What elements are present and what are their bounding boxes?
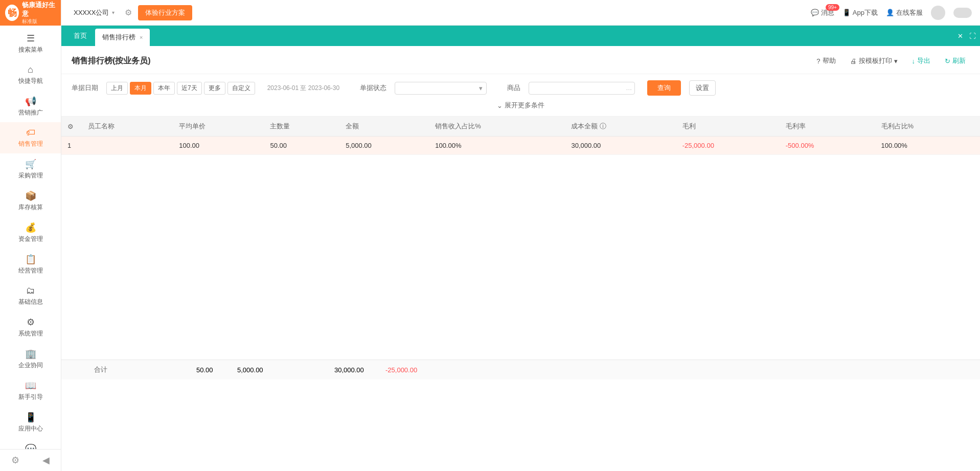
date-btn-custom[interactable]: 自定义 xyxy=(227,82,255,95)
footer-gross: -25,000.00 xyxy=(379,366,430,374)
sidebar-item-enterprise[interactable]: 🏢 企业协同 xyxy=(0,343,61,375)
date-btn-more[interactable]: 更多 xyxy=(204,82,225,95)
tab-sales-ranking[interactable]: 销售排行榜 × xyxy=(95,29,150,46)
th-settings[interactable]: ⚙ xyxy=(61,117,82,137)
home-tab-label: 首页 xyxy=(74,31,87,40)
purchase-icon: 🛒 xyxy=(25,159,36,170)
settings-button[interactable]: 设置 xyxy=(689,80,716,96)
th-qty: 主数量 xyxy=(264,117,339,137)
sidebar-item-inventory[interactable]: 📦 库存核算 xyxy=(0,185,61,217)
status-select[interactable] xyxy=(395,82,487,95)
filter-area: 单据日期 上月 本月 本年 近7天 更多 自定义 2023-06-01 至 20… xyxy=(61,74,980,117)
expand-more-btn[interactable]: ⌄ 展开更多条件 xyxy=(497,101,544,110)
company-selector[interactable]: XXXXX公司 ▾ xyxy=(70,6,119,19)
cell-gross: -25,000.00 xyxy=(676,137,780,155)
online-service-button[interactable]: 👤 在线客服 xyxy=(886,8,923,17)
sales-icon: 🏷 xyxy=(26,127,35,138)
date-btn-last-month[interactable]: 上月 xyxy=(106,82,128,95)
sidebar-item-label: 资金管理 xyxy=(18,235,43,243)
sidebar-item-shortcut[interactable]: ⌂ 快捷导航 xyxy=(0,59,61,91)
search-menu-icon: ☰ xyxy=(27,33,35,44)
status-select-wrapper xyxy=(395,82,487,95)
sidebar-item-label: 销售管理 xyxy=(18,140,43,148)
page: 销售排行榜(按业务员) ? 帮助 🖨 按模板打印 ▾ ↓ 导出 xyxy=(61,46,980,471)
query-button[interactable]: 查询 xyxy=(647,80,681,96)
close-tab-icon[interactable]: × xyxy=(140,34,143,40)
table-row: 1 100.00 50.00 5,000.00 100.00% 30,000.0… xyxy=(61,137,980,155)
goods-input[interactable] xyxy=(529,82,635,95)
sidebar-item-wechat[interactable]: 💬 企业微信 xyxy=(0,438,61,449)
enterprise-icon: 🏢 xyxy=(25,348,36,360)
settings-bottom-icon[interactable]: ⚙ xyxy=(11,455,19,466)
newbie-icon: 📖 xyxy=(25,380,36,391)
goods-label: 商品 xyxy=(507,83,520,93)
expand-label: 展开更多条件 xyxy=(505,101,544,110)
topbar: XXXXX公司 ▾ ⚙ 体验行业方案 💬 消息 99+ 📱 App下载 👤 在线… xyxy=(61,0,980,26)
sidebar-item-appcenter[interactable]: 📱 应用中心 xyxy=(0,407,61,438)
th-gear-icon: ⚙ xyxy=(67,123,74,130)
cell-qty: 50.00 xyxy=(264,137,339,155)
date-btn-this-month[interactable]: 本月 xyxy=(130,82,151,95)
close-window-icon[interactable]: ✕ xyxy=(958,32,963,40)
filter-row-1: 单据日期 上月 本月 本年 近7天 更多 自定义 2023-06-01 至 20… xyxy=(72,80,970,96)
operations-icon: 📋 xyxy=(25,254,36,265)
th-gross-rate: 毛利率 xyxy=(780,117,875,137)
footer-label: 合计 xyxy=(88,365,149,374)
gear-icon[interactable]: ⚙ xyxy=(125,8,132,17)
trial-button[interactable]: 体验行业方案 xyxy=(138,5,192,20)
table-header-row: ⚙ 员工名称 平均单价 主数量 xyxy=(61,117,980,137)
logo-icon: 畅 xyxy=(5,5,19,21)
chevron-down-icon: ▾ xyxy=(112,10,115,15)
sidebar-item-basic[interactable]: 🗂 基础信息 xyxy=(0,280,61,311)
help-icon: ? xyxy=(816,57,820,65)
home-icon: ⌂ xyxy=(28,64,33,75)
message-button[interactable]: 💬 消息 99+ xyxy=(811,8,834,17)
print-button[interactable]: 🖨 按模板打印 ▾ xyxy=(846,54,902,68)
refresh-icon: ↻ xyxy=(945,57,950,65)
cell-sales-pct: 100.00% xyxy=(429,137,565,155)
more-icon: … xyxy=(626,84,632,92)
wechat-icon: 💬 xyxy=(25,443,36,449)
sidebar-item-newbie[interactable]: 📖 新手引导 xyxy=(0,375,61,407)
footer-cost: 30,000.00 xyxy=(328,366,379,374)
sidebar-item-marketing[interactable]: 📢 营销推广 xyxy=(0,91,61,122)
ranking-table: ⚙ 员工名称 平均单价 主数量 xyxy=(61,117,980,155)
cell-rank: 1 xyxy=(61,137,82,155)
company-name: XXXXX公司 xyxy=(74,8,109,17)
date-btn-this-year[interactable]: 本年 xyxy=(153,82,175,95)
download-icon: 📱 xyxy=(842,9,851,16)
tab-home[interactable]: 首页 xyxy=(65,26,95,46)
sidebar-logo: 畅 畅康通好生意 标准版 xyxy=(0,0,61,26)
sidebar-item-purchase[interactable]: 🛒 采购管理 xyxy=(0,153,61,185)
table-footer: 合计 50.00 5,000.00 30,000.00 -25,000.00 xyxy=(61,360,980,379)
collapse-icon[interactable]: ◀ xyxy=(42,455,50,466)
user-status xyxy=(953,8,972,18)
date-btn-7days[interactable]: 近7天 xyxy=(177,82,202,95)
content-area: 销售排行榜(按业务员) ? 帮助 🖨 按模板打印 ▾ ↓ 导出 xyxy=(61,46,980,471)
sidebar-item-sales[interactable]: 🏷 销售管理 xyxy=(0,122,61,153)
th-gross: 毛利 xyxy=(676,117,780,137)
sidebar-item-label: 应用中心 xyxy=(18,424,43,433)
th-gross-pct: 毛利占比% xyxy=(875,117,980,137)
refresh-button[interactable]: ↻ 刷新 xyxy=(941,54,970,68)
maximize-icon[interactable]: ⛶ xyxy=(969,32,976,40)
sidebar-item-system[interactable]: ⚙ 系统管理 xyxy=(0,311,61,343)
sidebar-item-label: 营销推广 xyxy=(18,108,43,117)
avatar[interactable] xyxy=(931,6,945,20)
topbar-right: 💬 消息 99+ 📱 App下载 👤 在线客服 xyxy=(811,6,972,20)
sidebar-item-operations[interactable]: 📋 经营管理 xyxy=(0,249,61,280)
th-name: 员工名称 xyxy=(82,117,173,137)
sidebar-item-funds[interactable]: 💰 资金管理 xyxy=(0,217,61,249)
help-button[interactable]: ? 帮助 xyxy=(812,54,839,68)
app-download-button[interactable]: 📱 App下载 xyxy=(842,8,878,17)
export-button[interactable]: ↓ 导出 xyxy=(908,54,935,68)
sidebar-item-search[interactable]: ☰ 搜索菜单 xyxy=(0,28,61,59)
table-container: ⚙ 员工名称 平均单价 主数量 xyxy=(61,117,980,155)
service-icon: 👤 xyxy=(886,9,894,16)
sidebar-item-label: 库存核算 xyxy=(18,203,43,212)
logo-line2: 标准版 xyxy=(22,18,56,25)
th-sales-pct: 销售收入占比% xyxy=(429,117,565,137)
sidebar-item-label: 新手引导 xyxy=(18,393,43,401)
print-icon: 🖨 xyxy=(850,57,857,65)
sidebar-item-label: 搜索菜单 xyxy=(18,46,43,54)
